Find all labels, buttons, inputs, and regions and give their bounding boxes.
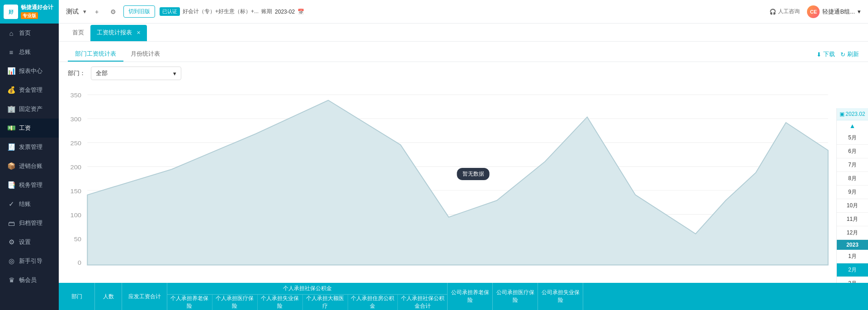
date-month-2-active[interactable]: 2月 [837,263,868,277]
dept-filter-label: 部门： [68,69,85,77]
tax-icon: 📑 [7,181,15,189]
sidebar-label-home: 首页 [19,29,31,37]
sidebar-item-assets[interactable]: 🏢 固定资产 [0,100,59,119]
date-month-3[interactable]: 3月 [837,277,868,283]
sidebar-label-guide: 新手引导 [19,257,42,265]
chart-svg: 350 300 250 200 150 100 50 0 [63,89,834,278]
svg-text:100: 100 [71,211,82,218]
subtab-dept[interactable]: 部门工资统计表 [68,47,123,62]
funds-icon: 💰 [7,86,15,94]
date-month-11[interactable]: 11月 [837,213,868,226]
sidebar-item-purchase[interactable]: 📦 进销台账 [0,157,59,176]
select-arrow-icon: ▾ [173,70,176,77]
th-group-personal: 个人承担社保公积金 个人承担养老保险 个人承担医疗保险 个人承担失业保险 个人承… [167,283,448,310]
company-dropdown-icon[interactable]: ▾ [83,8,86,15]
subtab-monthly[interactable]: 月份统计表 [123,47,167,62]
date-month-6[interactable]: 6月 [837,145,868,158]
th-personal-total: 个人承担社保公积金合计 [398,295,448,310]
add-button[interactable]: + [91,6,103,18]
sidebar-item-ledger[interactable]: ≡ 总账 [0,43,59,62]
date-year-2023: 2023 [837,240,868,250]
sidebar-label-purchase: 进销台账 [19,162,42,170]
settings-icon: ⚙ [7,238,15,246]
svg-text:0: 0 [78,259,81,266]
sidebar-item-tax[interactable]: 📑 税务管理 [0,176,59,195]
sidebar-logo: 好 畅捷通好会计 专业版 [0,0,59,24]
refresh-button[interactable]: ↻ 刷新 [840,50,859,58]
sidebar-item-home[interactable]: ⌂ 首页 [0,24,59,43]
date-month-1[interactable]: 1月 [837,250,868,263]
logo-title: 畅捷通好会计 [21,4,53,11]
headset-icon: 🎧 [769,9,776,15]
svg-text:200: 200 [71,164,82,171]
dept-select[interactable]: 全部 ▾ [91,67,181,80]
purchase-icon: 📦 [7,162,15,170]
topbar-right: 🎧 人工咨询 CE 轻捷通B组... ▾ [769,5,861,18]
date-month-12[interactable]: 12月 [837,226,868,240]
svg-text:50: 50 [74,235,81,242]
chart-area: 350 300 250 200 150 100 50 0 [59,85,868,283]
topbar: 测试 ▾ + ⚙ 切到旧版 已认证 好会计（专）+好生意（标）+... 账期 2… [59,0,868,24]
sidebar-item-reports[interactable]: 📊 报表中心 [0,62,59,81]
sidebar-item-vip[interactable]: ♛ 畅会员 [0,271,59,290]
guide-icon: ◎ [7,257,15,265]
tab-close-icon[interactable]: ✕ [137,30,141,35]
settings-button[interactable]: ⚙ [107,6,119,18]
th-company-medical: 公司承担医疗保险 [493,283,538,310]
date-month-10[interactable]: 10月 [837,199,868,213]
svg-text:350: 350 [71,92,82,99]
date-month-9[interactable]: 9月 [837,186,868,199]
tab-home[interactable]: 首页 [66,25,90,41]
username: 轻捷通B组... [822,8,855,16]
date-filter-icon: ▣ [840,111,844,117]
reports-icon: 📊 [7,67,15,75]
refresh-icon: ↻ [840,51,845,58]
th-company-pension: 公司承担养老保险 [448,283,493,310]
svg-text:150: 150 [71,187,82,194]
date-month-7[interactable]: 7月 [837,158,868,172]
sidebar-item-settings[interactable]: ⚙ 设置 [0,233,59,252]
toolbar: 部门： 全部 ▾ [59,62,868,85]
ledger-icon: ≡ [7,48,15,56]
th-dept: 部门 [59,283,95,310]
sidebar-item-archive[interactable]: 🗃 归档管理 [0,214,59,233]
page-content: 部门工资统计表 月份统计表 ⬇ 下载 ↻ 刷新 部门： 全部 ▾ [59,42,868,310]
company-name: 测试 [66,8,79,16]
assistant-button[interactable]: 🎧 人工咨询 [769,8,800,15]
tab-payroll-report[interactable]: 工资统计报表 ✕ [90,25,147,41]
download-button[interactable]: ⬇ 下载 [816,50,835,58]
sidebar-label-ledger: 总账 [19,48,31,56]
th-personal-housing: 个人承担住房公积金 [348,295,398,310]
th-company-unemployment: 公司承担失业保险 [538,283,583,310]
sidebar-item-invoice[interactable]: 🧾 发票管理 [0,138,59,157]
date-month-8[interactable]: 8月 [837,172,868,186]
certified-badge: 已认证 [160,7,180,16]
svg-text:250: 250 [71,140,82,147]
user-avatar: CE [807,5,820,18]
calendar-icon[interactable]: 📅 [297,9,304,15]
main-content: 测试 ▾ + ⚙ 切到旧版 已认证 好会计（专）+好生意（标）+... 账期 2… [59,0,868,310]
date-month-5[interactable]: 5月 [837,131,868,145]
date-scroll-up[interactable]: ▲ [837,120,868,131]
th-personal-major-medical: 个人承担大额医疗 [303,295,348,310]
switch-version-button[interactable]: 切到旧版 [123,5,155,18]
logo-icon: 好 [4,5,18,19]
sidebar: 好 畅捷通好会计 专业版 ⌂ 首页 ≡ 总账 📊 报表中心 💰 资金管理 🏢 固… [0,0,59,310]
th-personal-medical: 个人承担医疗保险 [212,295,258,310]
subtab-actions: ⬇ 下载 ↻ 刷新 [816,50,859,58]
sidebar-item-guide[interactable]: ◎ 新手引导 [0,252,59,271]
sidebar-item-closing[interactable]: ✓ 结账 [0,195,59,214]
user-menu[interactable]: CE 轻捷通B组... ▾ [807,5,861,18]
period-label: 账期 [261,8,272,15]
sidebar-item-payroll[interactable]: 💵 工资 [0,119,59,138]
invoice-icon: 🧾 [7,143,15,151]
th-group-title: 个人承担社保公积金 [167,283,447,295]
payroll-icon: 💵 [7,124,15,132]
chart-fill [87,100,828,265]
sidebar-item-funds[interactable]: 💰 资金管理 [0,81,59,100]
sidebar-label-closing: 结账 [19,200,31,208]
sidebar-label-tax: 税务管理 [19,181,42,189]
tabbar: 首页 工资统计报表 ✕ [59,24,868,42]
vip-icon: ♛ [7,276,15,284]
account-tags: 好会计（专）+好生意（标）+... [183,8,259,15]
